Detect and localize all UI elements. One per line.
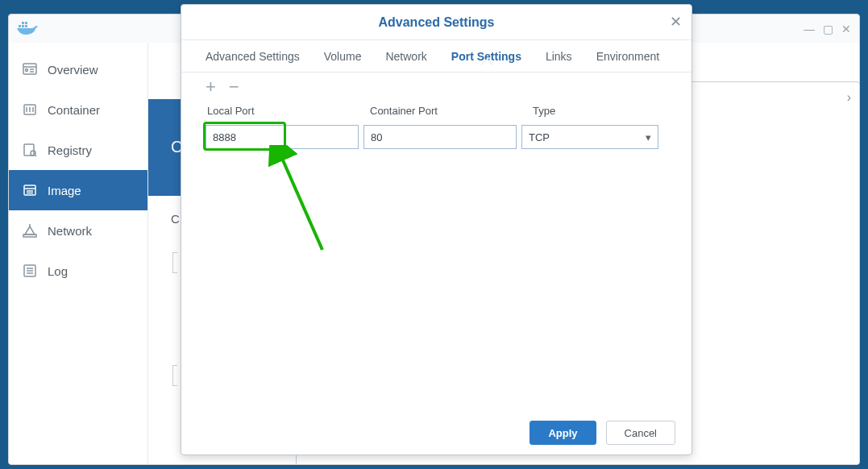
apply-button[interactable]: Apply xyxy=(530,421,596,445)
svg-rect-2 xyxy=(25,25,27,27)
svg-rect-14 xyxy=(24,144,34,156)
advanced-settings-dialog: Advanced Settings ✕ Advanced Settings Vo… xyxy=(181,4,692,455)
window-minimize-button[interactable]: — xyxy=(804,23,815,35)
type-select[interactable]: TCP ▾ xyxy=(521,125,658,149)
cancel-button[interactable]: Cancel xyxy=(606,421,675,445)
remove-row-button[interactable]: − xyxy=(229,78,239,96)
checkbox-fragment xyxy=(172,252,177,273)
dialog-header: Advanced Settings ✕ xyxy=(181,5,691,40)
input-fragment xyxy=(172,365,177,386)
svg-rect-3 xyxy=(22,22,24,24)
tab-network[interactable]: Network xyxy=(385,40,426,72)
close-icon[interactable]: ✕ xyxy=(670,13,682,31)
window-maximize-button[interactable]: ▢ xyxy=(823,23,833,35)
sidebar-item-label: Container xyxy=(48,103,100,117)
sidebar-item-label: Registry xyxy=(48,143,92,157)
dialog-toolbar: + − xyxy=(181,73,691,102)
svg-rect-4 xyxy=(25,22,27,24)
dialog-tabs: Advanced Settings Volume Network Port Se… xyxy=(181,40,691,73)
sidebar-item-label: Network xyxy=(48,224,92,238)
sidebar-item-network[interactable]: Network xyxy=(9,210,147,251)
sidebar-item-label: Log xyxy=(48,264,68,278)
container-icon xyxy=(22,102,38,118)
chevron-right-icon[interactable]: › xyxy=(847,90,851,105)
truncated-text: C xyxy=(171,212,180,226)
dialog-title: Advanced Settings xyxy=(378,15,494,30)
svg-rect-1 xyxy=(22,25,24,27)
column-header-local-port: Local Port xyxy=(206,102,363,120)
port-row: TCP ▾ xyxy=(206,125,680,149)
sidebar: Overview Container Registry Image Networ… xyxy=(9,43,148,464)
dialog-footer: Apply Cancel xyxy=(181,411,691,454)
tab-volume[interactable]: Volume xyxy=(324,40,362,72)
registry-icon xyxy=(22,142,38,158)
tab-links[interactable]: Links xyxy=(546,40,572,72)
column-header-container-port: Container Port xyxy=(368,102,526,120)
image-icon xyxy=(22,182,38,198)
sidebar-item-registry[interactable]: Registry xyxy=(9,130,147,170)
tab-advanced-settings[interactable]: Advanced Settings xyxy=(206,40,300,72)
docker-icon xyxy=(17,19,38,39)
column-header-type: Type xyxy=(531,102,668,120)
tab-environment[interactable]: Environment xyxy=(596,40,660,72)
sidebar-item-label: Overview xyxy=(48,63,98,77)
local-port-input[interactable] xyxy=(206,125,359,149)
svg-line-16 xyxy=(35,155,36,156)
svg-rect-0 xyxy=(19,25,21,27)
svg-point-7 xyxy=(26,69,28,72)
sidebar-item-image[interactable]: Image xyxy=(9,170,147,210)
sidebar-item-label: Image xyxy=(48,184,81,197)
network-icon xyxy=(22,222,38,239)
window-controls: — ▢ ✕ xyxy=(804,23,851,35)
overview-icon xyxy=(22,61,38,77)
tab-port-settings[interactable]: Port Settings xyxy=(451,40,521,72)
container-port-input[interactable] xyxy=(363,125,517,149)
svg-rect-22 xyxy=(23,234,36,237)
chevron-down-icon: ▾ xyxy=(646,131,651,143)
type-select-value: TCP xyxy=(529,131,550,143)
window-close-button[interactable]: ✕ xyxy=(841,23,851,35)
sidebar-item-overview[interactable]: Overview xyxy=(9,49,147,89)
sidebar-item-container[interactable]: Container xyxy=(9,89,147,130)
sidebar-item-log[interactable]: Log xyxy=(9,251,147,291)
add-row-button[interactable]: + xyxy=(206,78,216,96)
log-icon xyxy=(22,263,38,279)
port-table: Local Port Container Port Type TCP ▾ xyxy=(181,102,691,149)
